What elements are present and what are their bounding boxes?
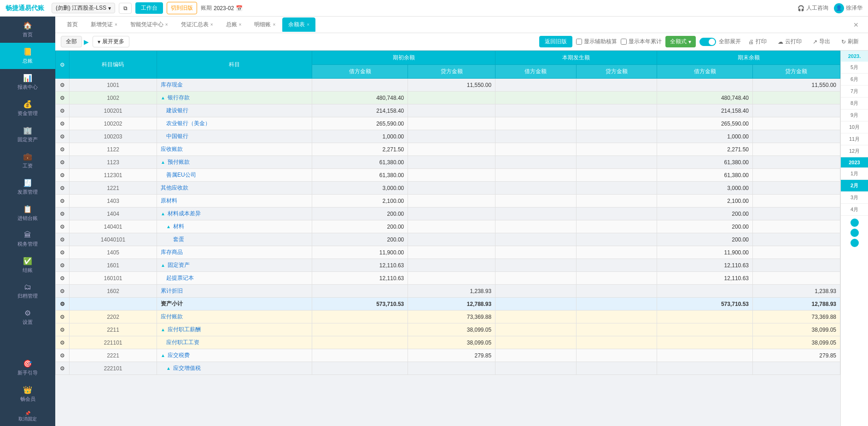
sidebar-item-invoice[interactable]: 🧾 发票管理 (0, 174, 55, 200)
expand-icon[interactable]: ▲ (161, 211, 165, 216)
workbench-button[interactable]: 工作台 (135, 2, 163, 14)
name-cell[interactable]: ▲ 银行存款 (157, 92, 312, 104)
account-link[interactable]: 起提票记本 (166, 275, 194, 281)
sidebar-item-ledger[interactable]: 📒 总账 (0, 43, 55, 69)
expand-more-btn[interactable]: ▾ 展开更多 (93, 36, 129, 47)
settings-cell[interactable]: ⚙ (56, 156, 70, 169)
sidebar-item-reports[interactable]: 📊 报表中心 (0, 69, 55, 95)
settings-cell[interactable]: ⚙ (56, 298, 70, 311)
account-link[interactable]: 套蛋 (173, 236, 184, 242)
fix-sidebar-btn[interactable]: 📌 取消固定 (0, 407, 55, 426)
account-link[interactable]: 原材料 (161, 197, 177, 204)
close-all-tabs[interactable]: ✕ (850, 21, 862, 29)
settings-cell[interactable]: ⚙ (56, 143, 70, 156)
full-mode-btn[interactable]: 全额式 ▾ (665, 36, 696, 47)
account-link[interactable]: 库存商品 (161, 249, 183, 255)
expand-icon[interactable]: ▲ (161, 353, 165, 358)
tab-voucher-summary-close[interactable]: × (210, 22, 213, 27)
account-link[interactable]: 其他应收款 (161, 184, 188, 191)
tab-home[interactable]: 首页 (61, 17, 84, 32)
print-btn[interactable]: 🖨 打印 (745, 36, 770, 47)
settings-cell[interactable]: ⚙ (56, 362, 70, 375)
account-link[interactable]: 建设银行 (166, 107, 188, 114)
show-ytd-checkbox[interactable]: 显示本年累计 (621, 38, 662, 46)
tab-balance-close[interactable]: × (307, 22, 309, 27)
account-link[interactable]: 预付账款 (168, 159, 190, 165)
right-panel-month-5[interactable]: 5月 (841, 62, 868, 74)
calendar-icon[interactable]: 📅 (236, 5, 243, 12)
sidebar-item-guide[interactable]: 🎯 新手引导 (0, 355, 55, 381)
show-aux-checkbox[interactable]: 显示辅助核算 (576, 38, 617, 46)
right-panel-month-8[interactable]: 8月 (841, 98, 868, 109)
expand-icon[interactable]: ▲ (166, 224, 171, 229)
account-link[interactable]: 善属EU公司 (166, 172, 196, 178)
name-cell[interactable]: ▲ 应交增值税 (157, 362, 312, 375)
right-panel-month-6[interactable]: 6月 (841, 74, 868, 86)
company-select[interactable]: (勿删) 江西股圣-LSS ▾ (52, 3, 115, 13)
sidebar-item-tax[interactable]: 🏛 税务管理 (0, 226, 55, 252)
account-link[interactable]: 应收账款 (161, 146, 183, 152)
sidebar-item-closing[interactable]: ✅ 结账 (0, 252, 55, 278)
switch-version-button[interactable]: 切到旧版 (167, 2, 197, 14)
settings-cell[interactable]: ⚙ (56, 285, 70, 298)
sidebar-item-assets[interactable]: 🏢 固定资产 (0, 121, 55, 148)
tab-general-ledger[interactable]: 总账 × (220, 17, 248, 32)
settings-cell[interactable]: ⚙ (56, 311, 70, 323)
settings-cell[interactable]: ⚙ (56, 246, 70, 259)
right-panel-year-2023[interactable]: 2023 (841, 157, 868, 168)
expand-icon[interactable]: ▲ (166, 366, 171, 371)
tab-smart-voucher-close[interactable]: × (165, 22, 168, 27)
account-link[interactable]: 应付职工工资 (166, 339, 199, 345)
account-link[interactable]: 农业银行（美金） (166, 120, 210, 127)
account-link[interactable]: 应交增值税 (173, 365, 201, 371)
export-btn[interactable]: ↗ 导出 (809, 36, 834, 47)
right-panel-month-1[interactable]: 1月 (841, 168, 868, 180)
consult-btn[interactable]: 🎧 人工咨询 (798, 4, 828, 12)
account-link[interactable]: 累计折旧 (161, 288, 183, 294)
settings-cell[interactable]: ⚙ (56, 117, 70, 130)
table-scroll[interactable]: ⚙ 科目编码 科目 期初余额 本期发生额 期末余额 借方金额 贷方金额 借方金额… (55, 51, 840, 426)
settings-cell[interactable]: ⚙ (56, 336, 70, 349)
account-link[interactable]: 库存现金 (161, 81, 183, 88)
settings-cell[interactable]: ⚙ (56, 220, 70, 233)
name-cell[interactable]: ▲ 预付账款 (157, 156, 312, 169)
right-panel-month-4[interactable]: 4月 (841, 204, 868, 216)
right-panel-month-2[interactable]: 2月 (841, 180, 868, 192)
tab-voucher-summary[interactable]: 凭证汇总表 × (175, 17, 219, 32)
settings-cell[interactable]: ⚙ (56, 259, 70, 272)
account-link[interactable]: 材料 (173, 223, 184, 230)
sidebar-item-home[interactable]: 🏠 首页 (0, 17, 55, 43)
sidebar-item-funds[interactable]: 💰 资金管理 (0, 95, 55, 121)
right-panel-icon-1[interactable] (851, 219, 859, 227)
right-panel-month-3[interactable]: 3月 (841, 192, 868, 204)
tab-new-voucher[interactable]: 新增凭证 × (85, 17, 123, 32)
settings-cell[interactable]: ⚙ (56, 130, 70, 143)
account-link[interactable]: 银行存款 (168, 94, 190, 101)
sidebar-item-archive[interactable]: 🗂 归档管理 (0, 278, 55, 304)
expand-icon[interactable]: ▲ (161, 95, 165, 100)
settings-cell[interactable]: ⚙ (56, 195, 70, 207)
tab-smart-voucher[interactable]: 智能凭证中心 × (124, 17, 174, 32)
name-cell[interactable]: ▲ 固定资产 (157, 259, 312, 272)
right-panel-icon-3[interactable] (851, 239, 859, 247)
toggle-control[interactable] (699, 38, 716, 46)
name-cell[interactable]: ▲ 材料 (157, 220, 312, 233)
tab-balance[interactable]: 余额表 × (282, 17, 315, 32)
account-link[interactable]: 固定资产 (168, 262, 190, 268)
expand-icon[interactable]: ▲ (161, 263, 165, 268)
cloud-print-btn[interactable]: ☁ 云打印 (774, 36, 805, 47)
right-panel-month-10[interactable]: 10月 (841, 121, 868, 133)
account-link[interactable]: 应付职工薪酬 (168, 326, 201, 333)
settings-cell[interactable]: ⚙ (56, 104, 70, 117)
settings-cell[interactable]: ⚙ (56, 272, 70, 285)
settings-cell[interactable]: ⚙ (56, 323, 70, 336)
sidebar-item-sales[interactable]: 📋 进销台账 (0, 200, 55, 226)
settings-cell[interactable]: ⚙ (56, 79, 70, 92)
tab-new-voucher-close[interactable]: × (115, 22, 117, 27)
sidebar-item-payroll[interactable]: 💼 工资 (0, 148, 55, 174)
settings-cell[interactable]: ⚙ (56, 169, 70, 182)
expand-icon[interactable]: ▲ (161, 327, 165, 332)
sidebar-item-settings[interactable]: ⚙ 设置 (0, 304, 55, 330)
all-filter-btn[interactable]: 全部 (61, 36, 82, 47)
right-panel-month-9[interactable]: 9月 (841, 109, 868, 121)
